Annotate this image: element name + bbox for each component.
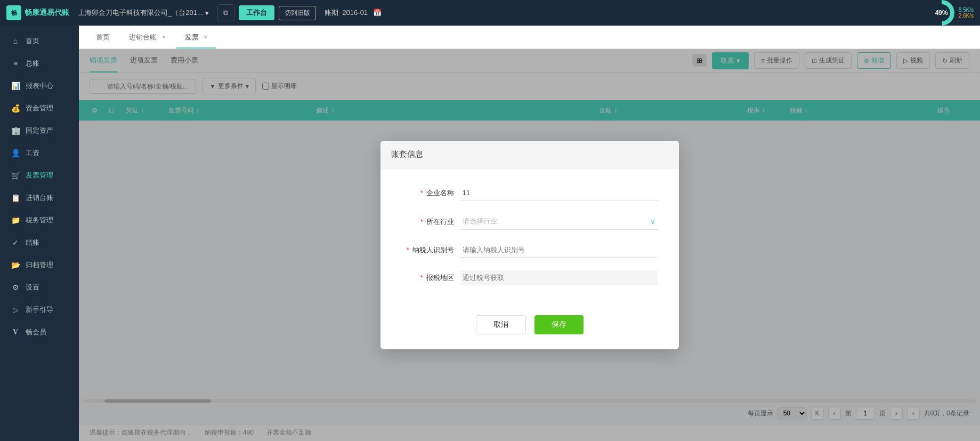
tax-region-input (460, 270, 658, 285)
workbench-button[interactable]: 工作台 (239, 5, 274, 20)
industry-placeholder: 请选择行业 (463, 217, 650, 226)
percent-circle: 49% (929, 0, 954, 26)
upload-speed: 8.5K/s (959, 7, 974, 13)
modal-overlay: 账套信息 * 企业名称 (79, 49, 980, 441)
sidebar-label-assets: 固定资产 (26, 126, 53, 135)
payroll-icon: 👤 (11, 148, 20, 158)
home-icon: ⌂ (11, 36, 20, 46)
tax-id-input[interactable] (460, 243, 658, 258)
tab-invoice-label: 发票 (185, 33, 199, 41)
tab-purchase-label: 进销台账 (129, 33, 157, 41)
modal-header: 账套信息 (380, 141, 679, 169)
archive-icon: 📂 (11, 260, 20, 270)
sidebar-item-funds[interactable]: 💰 资金管理 (0, 97, 79, 119)
app-logo: 畅 畅康通易代账 (6, 5, 69, 20)
sidebar-item-assets[interactable]: 🏢 固定资产 (0, 119, 79, 142)
sidebar-item-tax[interactable]: 📁 税务管理 (0, 209, 79, 231)
sidebar-label-invoice: 发票管理 (26, 171, 53, 180)
sidebar-label-archive: 归档管理 (26, 260, 53, 270)
sidebar-label-tax: 税务管理 (26, 215, 53, 225)
sidebar-label-sales: 进销台账 (26, 193, 53, 203)
sidebar-item-guide[interactable]: ▷ 新手引导 (0, 299, 79, 321)
old-version-button[interactable]: 切到旧版 (279, 6, 316, 20)
invoice-icon: 🛒 (11, 171, 20, 180)
download-speed: 2.6K/s (959, 13, 974, 19)
company-selector[interactable]: 上海卯金刀电子科技有限公司_（台201... ▾ (78, 8, 209, 18)
sidebar-label-home: 首页 (26, 36, 39, 46)
main-content: 首页 进销台账 × 发票 × 销项发票 进项发票 费用小 (79, 26, 980, 441)
sidebar-item-home[interactable]: ⌂ 首页 (0, 30, 79, 52)
sidebar-item-ledger[interactable]: ≡ 总账 (0, 52, 79, 75)
company-name-input[interactable] (460, 186, 658, 201)
modal-title: 账套信息 (391, 149, 423, 158)
sidebar-label-guide: 新手引导 (26, 305, 53, 315)
speed-widget: 49% 8.5K/s 2.6K/s (929, 0, 974, 26)
sidebar-item-invoice[interactable]: 🛒 发票管理 (0, 164, 79, 187)
company-name: 上海卯金刀电子科技有限公司_（台201... (78, 8, 203, 18)
modal-account-info: 账套信息 * 企业名称 (380, 141, 679, 349)
ledger-icon: ≡ (11, 59, 20, 68)
logo-icon: 畅 (6, 5, 21, 20)
percent-value: 49% (935, 9, 948, 17)
form-row-taxid: * 纳税人识别号 (402, 243, 658, 258)
company-dropdown-arrow[interactable]: ▾ (205, 9, 209, 17)
chevron-down-icon: ∨ (650, 217, 655, 226)
funds-icon: 💰 (11, 103, 20, 113)
sidebar-label-vip: 畅会员 (26, 327, 46, 337)
sidebar-item-vip[interactable]: V 畅会员 (0, 321, 79, 343)
tab-bar: 首页 进销台账 × 发票 × (79, 26, 980, 49)
sidebar: ⌂ 首页 ≡ 总账 📊 报表中心 💰 资金管理 🏢 固定资产 👤 工资 🛒 发票… (0, 26, 79, 441)
sales-icon: 📋 (11, 193, 20, 203)
industry-select[interactable]: 请选择行业 ∨ (460, 213, 658, 230)
content-area: 销项发票 进项发票 费用小票 ⊞ 取票 ▾ ≡ 批量 (79, 49, 980, 441)
vip-icon: V (11, 327, 20, 337)
tab-purchase-close[interactable]: × (162, 34, 166, 41)
company-label: * 企业名称 (402, 188, 460, 198)
topbar: 畅 畅康通易代账 上海卯金刀电子科技有限公司_（台201... ▾ ⧉ 工作台 … (0, 0, 980, 26)
sidebar-item-payroll[interactable]: 👤 工资 (0, 142, 79, 164)
taxregion-label: * 报税地区 (402, 273, 460, 283)
tab-invoice[interactable]: 发票 × (176, 27, 216, 49)
sidebar-item-settings[interactable]: ⚙ 设置 (0, 276, 79, 299)
assets-icon: 🏢 (11, 126, 20, 135)
topbar-right: 49% 8.5K/s 2.6K/s (929, 0, 974, 26)
settings-icon: ⚙ (11, 283, 20, 292)
sidebar-label-funds: 资金管理 (26, 103, 53, 113)
form-row-taxregion: * 报税地区 (402, 270, 658, 285)
app-name: 畅康通易代账 (25, 8, 69, 18)
form-row-industry: * 所在行业 请选择行业 ∨ (402, 213, 658, 230)
copy-icon[interactable]: ⧉ (217, 4, 234, 21)
calendar-icon[interactable]: 📅 (373, 9, 382, 17)
taxid-label: * 纳税人识别号 (402, 245, 460, 255)
percent-circle-wrap: 49% (929, 0, 954, 26)
sidebar-item-reports[interactable]: 📊 报表中心 (0, 75, 79, 97)
tax-icon: 📁 (11, 215, 20, 225)
sidebar-label-ledger: 总账 (26, 59, 39, 68)
sidebar-label-settle: 结账 (26, 238, 39, 247)
save-button[interactable]: 保存 (534, 315, 584, 334)
tab-home-label: 首页 (96, 33, 110, 41)
sidebar-label-reports: 报表中心 (26, 81, 53, 91)
guide-icon: ▷ (11, 305, 20, 315)
sidebar-label-payroll: 工资 (26, 148, 39, 158)
sidebar-item-sales[interactable]: 📋 进销台账 (0, 187, 79, 209)
reports-icon: 📊 (11, 81, 20, 91)
sidebar-label-settings: 设置 (26, 283, 39, 292)
modal-footer: 取消 保存 (380, 311, 679, 349)
period-label: 账期 2016-01 📅 (325, 8, 382, 18)
settle-icon: ✓ (11, 238, 20, 247)
main-layout: ⌂ 首页 ≡ 总账 📊 报表中心 💰 资金管理 🏢 固定资产 👤 工资 🛒 发票… (0, 26, 980, 441)
sidebar-item-settle[interactable]: ✓ 结账 (0, 231, 79, 254)
modal-body: * 企业名称 * 所在行业 请选择行业 (380, 169, 679, 311)
tab-home[interactable]: 首页 (87, 27, 118, 49)
speed-texts: 8.5K/s 2.6K/s (959, 7, 974, 19)
cancel-button[interactable]: 取消 (476, 315, 526, 334)
industry-label: * 所在行业 (402, 217, 460, 227)
tab-purchase-ledger[interactable]: 进销台账 × (120, 27, 174, 49)
tab-invoice-close[interactable]: × (204, 34, 207, 41)
form-row-company: * 企业名称 (402, 186, 658, 201)
sidebar-item-archive[interactable]: 📂 归档管理 (0, 254, 79, 276)
period-value: 2016-01 (342, 9, 368, 17)
